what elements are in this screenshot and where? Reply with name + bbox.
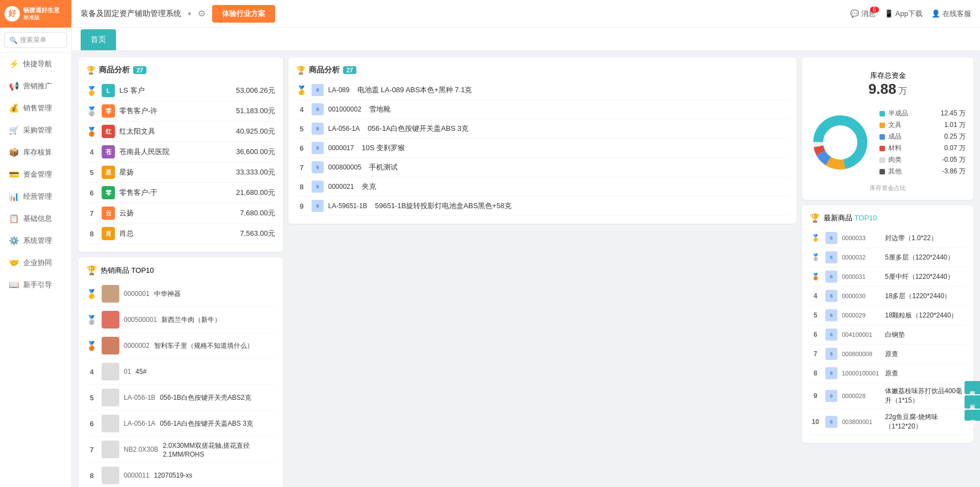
table-row: 8 6 0000021 夹克: [296, 177, 789, 197]
product-image-placeholder: 6: [825, 416, 837, 428]
product-code: 000500001: [124, 316, 157, 324]
customer-name: 云扬: [119, 208, 235, 218]
table-row: 4 6 001000002 雪地靴: [296, 100, 789, 119]
legend-item: 材料 0.07 万: [879, 142, 966, 154]
customer-name: 零售客户-许: [119, 106, 231, 116]
service-label: 在线客服: [942, 9, 971, 19]
latest-products-card: 🏆 最新商品 TOP10 🥇 6 0000033 封边带（1.0*22） 🥈 6…: [802, 205, 973, 443]
app-download[interactable]: 📱 App下载: [884, 9, 923, 19]
product-code: LA-089: [328, 86, 350, 94]
system-icon: ⚙️: [9, 236, 19, 246]
customer-rank-table: 🥇 L LS 客户 53,006.26元 🥈 零 零售客户-许 51,183.0…: [86, 81, 275, 244]
inventory-unit: 万: [898, 86, 907, 96]
customer-ranking-title: 🏆 商品分析 27: [86, 65, 275, 75]
product-name: 056-1A白色按键开关盖ABS 3克: [367, 124, 789, 134]
sidebar-item-guide[interactable]: 📖 新手引导: [0, 274, 71, 296]
product-code: 0000032: [842, 254, 881, 261]
float-service-panel: 客服热线 服务社区 直播: [965, 381, 980, 421]
sidebar-search-button[interactable]: 🔍 搜索菜单: [4, 32, 67, 48]
product-name: 白钢垫: [885, 330, 966, 340]
product-name: 056-1A白色按键开关盖ABS 3克: [160, 419, 275, 428]
message-icon: 💬: [850, 9, 859, 18]
inventory-footnote: 库存资金占比: [810, 184, 966, 192]
product-name: 新西兰牛肉（新牛）: [161, 315, 275, 325]
finance-icon: 💳: [9, 170, 19, 179]
trial-button[interactable]: 体验行业方案: [212, 5, 275, 23]
title-badge: 27: [133, 66, 146, 74]
legend-dot: [879, 157, 885, 163]
list-item: 9 6 0000028 体嫩荔枝味苏打饮品400毫升（1*15）: [810, 383, 966, 409]
float-service-hotline[interactable]: 客服热线: [965, 381, 980, 394]
sidebar-item-marketing[interactable]: 📢 营销推广: [0, 75, 71, 97]
list-item: 🥈 000500001 新西兰牛肉（新牛）: [86, 307, 275, 333]
sidebar-item-finance[interactable]: 💳 资金管理: [0, 163, 71, 186]
svg-rect-0: [106, 367, 115, 376]
legend-item: 文具 1.01 万: [879, 119, 966, 131]
sidebar-item-inventory[interactable]: 📦 库存核算: [0, 141, 71, 163]
sidebar-item-base-info[interactable]: 📋 基础信息: [0, 208, 71, 230]
rank-number: 8: [86, 472, 97, 480]
product-name: 18颗粒板（1220*2440）: [885, 311, 966, 320]
inventory-icon: 📦: [9, 147, 19, 157]
table-row: 5 星 星扬 33,333.00元: [86, 162, 275, 183]
product-code: 000800008: [842, 351, 881, 357]
medal-gold-icon: 🥇: [296, 85, 307, 96]
title-text: 商品分析: [309, 65, 340, 75]
message-count: 6: [870, 7, 879, 13]
latest-products-title: 🏆 最新商品 TOP10: [810, 213, 966, 223]
system-title: 装备及固定资产辅助管理系统: [81, 9, 181, 19]
product-image-placeholder: [102, 415, 119, 432]
enterprise-icon: 🤝: [9, 258, 19, 268]
avatar: 肖: [102, 227, 115, 240]
product-code: 0000029: [842, 312, 881, 319]
sidebar-item-shortcuts[interactable]: ⚡ 快捷导航: [0, 53, 71, 75]
customer-name: 肖总: [119, 229, 235, 239]
sidebar-item-enterprise[interactable]: 🤝 企业协同: [0, 252, 71, 274]
float-service-community[interactable]: 服务社区: [965, 395, 980, 409]
product-image-placeholder: [102, 363, 119, 380]
list-item: 5 6 0000029 18颗粒板（1220*2440）: [810, 306, 966, 325]
list-item: 7 6 000800008 原查: [810, 345, 966, 364]
right-column: 库存总资金 9.88 万: [802, 57, 973, 480]
settings-icon[interactable]: ⚙: [198, 8, 206, 19]
inventory-label: 库存总资金: [870, 71, 906, 80]
customer-value: 51,183.00元: [236, 106, 275, 116]
rank-number: 🥈: [810, 253, 821, 261]
product-code: LA-056-1B: [124, 394, 155, 401]
product-name: 2.0X30MM双搓花轴,搓花直径2.1MM/ROHS: [163, 441, 275, 458]
left-column: 🏆 商品分析 27 🥇 L LS 客户 53,006.26元 🥈: [78, 57, 283, 480]
product-code: LA-59651-1B: [328, 202, 367, 210]
product-image-placeholder: 6: [825, 232, 837, 244]
title-text: 最新商品 TOP10: [824, 213, 877, 223]
sidebar-item-system[interactable]: ⚙️ 系统管理: [0, 230, 71, 252]
sidebar-item-label: 新手引导: [23, 280, 52, 290]
product-image-placeholder: 6: [825, 309, 837, 321]
list-item: 6 6 004100001 白钢垫: [810, 325, 966, 345]
table-row: 🥈 零 零售客户-许 51,183.00元: [86, 101, 275, 121]
customer-value: 7,563.00元: [240, 229, 275, 239]
operations-icon: 📊: [9, 192, 19, 202]
logo-sub: 标准版: [23, 14, 60, 22]
svg-rect-4: [106, 471, 115, 480]
legend-item: 肉类 -0.05 万: [879, 154, 966, 166]
avatar: 苍: [102, 145, 115, 158]
legend-name: 文具: [888, 120, 929, 130]
avatar: L: [102, 84, 115, 97]
trophy-icon: 🏆: [810, 213, 820, 223]
message-badge[interactable]: 💬 消息 6: [850, 9, 876, 19]
phone-icon: 📱: [884, 9, 893, 18]
rank-number: 5: [86, 168, 97, 177]
inventory-total: 库存总资金 9.88 万: [810, 65, 966, 103]
sidebar-item-sales[interactable]: 💰 销售管理: [0, 97, 71, 119]
legend-dot: [879, 123, 885, 128]
legend-dot: [879, 169, 885, 174]
product-code: 0000002: [124, 342, 150, 350]
sidebar-item-operations[interactable]: 📊 经营管理: [0, 186, 71, 208]
online-service[interactable]: 👤 在线客服: [931, 9, 971, 19]
dropdown-arrow-icon[interactable]: ▾: [188, 10, 191, 18]
tab-home[interactable]: 首页: [81, 29, 116, 50]
list-item: 6 LA-056-1A 056-1A白色按键开关盖ABS 3克: [86, 411, 275, 437]
float-service-live[interactable]: 直播: [965, 410, 980, 421]
sidebar-item-purchase[interactable]: 🛒 采购管理: [0, 119, 71, 141]
product-image-placeholder: 6: [312, 123, 324, 135]
